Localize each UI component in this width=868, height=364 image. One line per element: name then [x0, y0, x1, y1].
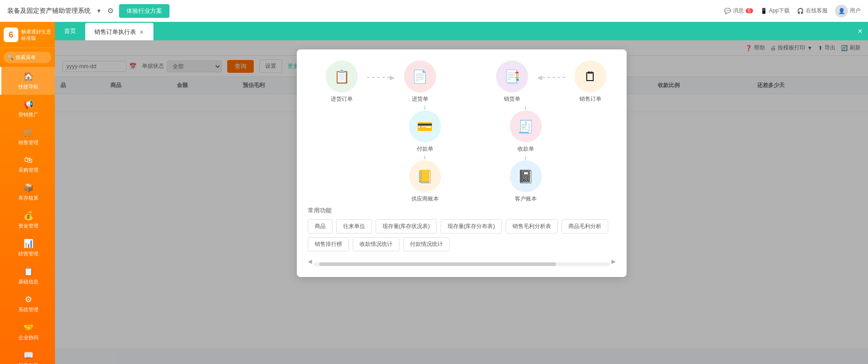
sidebar-item-marketing[interactable]: 📢 营销推广: [0, 95, 55, 123]
modal-scroll-row: ◀ ▶: [308, 257, 616, 266]
sidebar-item-finance[interactable]: 💰 资金管理: [0, 206, 55, 234]
service-icon: 🎧: [797, 8, 804, 14]
sidebar-item-system[interactable]: ⚙ 系统管理: [0, 290, 55, 318]
search-menu-btn[interactable]: 🔍 搜索菜单: [4, 52, 51, 63]
sidebar-item-inventory[interactable]: 📦 库存核算: [0, 178, 55, 206]
func-btn-sales-rank[interactable]: 销售排行榜: [308, 237, 349, 251]
func-btn-product-gross[interactable]: 商品毛利分析: [562, 219, 608, 234]
func-buttons: 商品 往来单位 现存量(库存状况表) 现存量(库存分布表) 销售毛利分析表 商品…: [308, 219, 616, 234]
enterprise-icon: 🤝: [23, 322, 33, 332]
sidebar-item-sales[interactable]: 🛒 销售管理: [0, 123, 55, 151]
user-avatar: 👤: [835, 5, 848, 17]
scroll-left-btn[interactable]: ◀: [308, 258, 312, 265]
receipt-label: 收款单: [518, 145, 534, 153]
home-icon: 🏠: [23, 71, 33, 81]
sidebar-item-label: 库存核算: [18, 195, 38, 201]
modal-dialog: 📋 进货订单 ▶ 📄: [297, 49, 627, 277]
search-icon: 🔍: [7, 54, 14, 60]
flow-row-arrows: ↓ ↓: [308, 103, 616, 110]
sidebar-item-purchase[interactable]: 🛍 采购管理: [0, 151, 55, 178]
flow-node-sales-bill[interactable]: 📑 销货单: [487, 60, 537, 103]
payment-label: 付款单: [417, 145, 433, 153]
func-btn-product[interactable]: 商品: [308, 219, 333, 234]
top-bar-right: 💬 消息 5 📱 App下载 🎧 在线客服 👤 用户: [724, 5, 861, 17]
system-dropdown-btn[interactable]: ▼: [96, 8, 102, 14]
sidebar-item-label: 快捷导航: [18, 83, 38, 90]
message-badge: 5: [746, 8, 753, 13]
tab-sales-order[interactable]: 销售订单执行表 ×: [85, 23, 153, 41]
payment-circle: 💳: [409, 110, 441, 142]
sales-order-circle: 🗒: [574, 60, 606, 92]
online-service-item[interactable]: 🎧 在线客服: [797, 7, 828, 15]
sidebar-item-enterprise[interactable]: 🤝 企业协同: [0, 318, 55, 346]
sidebar-item-quick-nav[interactable]: 🏠 快捷导航: [0, 67, 55, 95]
flow-row-1: 📋 进货订单 ▶ 📄: [308, 60, 616, 103]
func-btn-partner[interactable]: 往来单位: [336, 219, 372, 234]
flow-node-payment[interactable]: 💳 付款单: [398, 110, 453, 153]
func-btn-stock-dist[interactable]: 现存量(库存分布表): [441, 219, 502, 234]
modal-overlay: 📋 进货订单 ▶ 📄: [55, 40, 868, 364]
flow-diagram: 📋 进货订单 ▶ 📄: [308, 60, 616, 203]
func-btn-stock-status[interactable]: 现存量(库存状况表): [376, 219, 437, 234]
purchase-bill-circle: 📄: [404, 60, 436, 92]
supplier-ledger-circle: 📒: [409, 160, 441, 192]
purchase-bill-label: 进货单: [412, 95, 428, 103]
operation-icon: 📊: [23, 239, 33, 249]
sidebar-search: 🔍 搜索菜单: [0, 48, 55, 67]
settings-btn[interactable]: ⚙: [107, 6, 114, 15]
experience-btn[interactable]: 体验行业方案: [119, 4, 169, 18]
sidebar-item-operation[interactable]: 📊 经营管理: [0, 234, 55, 262]
common-functions-title: 常用功能: [308, 206, 616, 215]
modal-scrollbar[interactable]: [314, 262, 610, 266]
tab-close-btn[interactable]: ×: [139, 28, 144, 36]
flow-node-purchase-bill[interactable]: 📄 进货单: [395, 60, 445, 103]
tab-home-label: 首页: [64, 27, 76, 35]
sidebar-logo: 6 畅康通好生意 标准版: [0, 22, 55, 48]
flow-node-supplier-ledger[interactable]: 📒 供应商账本: [398, 160, 453, 203]
sidebar-item-guide[interactable]: 📖 新手引导: [0, 346, 55, 364]
finance-icon: 💰: [23, 211, 33, 221]
func-btn-receipt-stats[interactable]: 收款情况统计: [353, 237, 399, 251]
logo-text: 畅康通好生意 标准版: [21, 28, 51, 42]
tab-bar-close-btn[interactable]: ×: [857, 27, 863, 36]
flow-node-receipt[interactable]: 🧾 收款单: [498, 110, 553, 153]
sidebar-nav: 🏠 快捷导航 📢 营销推广 🛒 销售管理 🛍 采购管理 📦 库存核: [0, 67, 55, 364]
flow-node-sales-order[interactable]: 🗒 销售订单: [565, 60, 616, 103]
sales-bill-label: 销货单: [504, 95, 520, 103]
tab-home[interactable]: 首页: [55, 22, 85, 40]
message-item[interactable]: 💬 消息 5: [724, 7, 753, 15]
top-bar: 装备及固定资产辅助管理系统 ▼ ⚙ 体验行业方案 💬 消息 5 📱 App下载 …: [0, 0, 868, 22]
sidebar-item-label: 基础信息: [18, 278, 38, 285]
func-btn-gross-analysis[interactable]: 销售毛利分析表: [506, 219, 558, 234]
scroll-right-btn[interactable]: ▶: [611, 258, 616, 265]
sidebar: 6 畅康通好生意 标准版 🔍 搜索菜单 🏠 快捷导航 �: [0, 22, 55, 364]
flow-node-purchase-order[interactable]: 📋 进货订单: [317, 60, 367, 103]
supplier-ledger-label: 供应商账本: [411, 195, 439, 203]
down-arrow-purchase: ↓: [423, 103, 426, 110]
common-functions: 常用功能 商品 往来单位 现存量(库存状况表) 现存量(库存分布表) 销售毛利分…: [308, 206, 616, 251]
user-item[interactable]: 👤 用户: [835, 5, 861, 17]
sidebar-item-label: 采购管理: [18, 167, 38, 174]
flow-row-arrows-2: ↓ ↓: [308, 153, 616, 160]
arrow-1: ▶: [367, 74, 395, 81]
guide-icon: 📖: [23, 350, 33, 360]
func-btn-payment-stats[interactable]: 付款情况统计: [403, 237, 450, 251]
scrollbar-thumb: [319, 262, 556, 266]
phone-icon: 📱: [760, 8, 767, 14]
sidebar-item-base-info[interactable]: 📋 基础信息: [0, 262, 55, 290]
page-content: ❓ 帮助 🖨 按模板打印 ▼ ⬆ 导出 🔄 刷新: [55, 40, 868, 364]
sidebar-item-label: 资金管理: [18, 223, 38, 229]
down-arrow-receipt: ↓: [524, 153, 527, 160]
content-area: 首页 销售订单执行表 × × ❓ 帮助 🖨 按: [55, 22, 868, 364]
app-download-item[interactable]: 📱 App下载: [760, 7, 790, 15]
inventory-icon: 📦: [23, 183, 33, 193]
func-buttons-row2: 销售排行榜 收款情况统计 付款情况统计: [308, 237, 616, 251]
arrow-2: ◀: [537, 74, 565, 81]
customer-ledger-label: 客户账本: [515, 195, 537, 203]
app-container: 装备及固定资产辅助管理系统 ▼ ⚙ 体验行业方案 💬 消息 5 📱 App下载 …: [0, 0, 868, 364]
tab-bar: 首页 销售订单执行表 × ×: [55, 22, 868, 40]
customer-ledger-circle: 📓: [510, 160, 542, 192]
message-label: 消息: [733, 7, 744, 15]
sales-bill-circle: 📑: [496, 60, 528, 92]
flow-node-customer-ledger[interactable]: 📓 客户账本: [498, 160, 553, 203]
